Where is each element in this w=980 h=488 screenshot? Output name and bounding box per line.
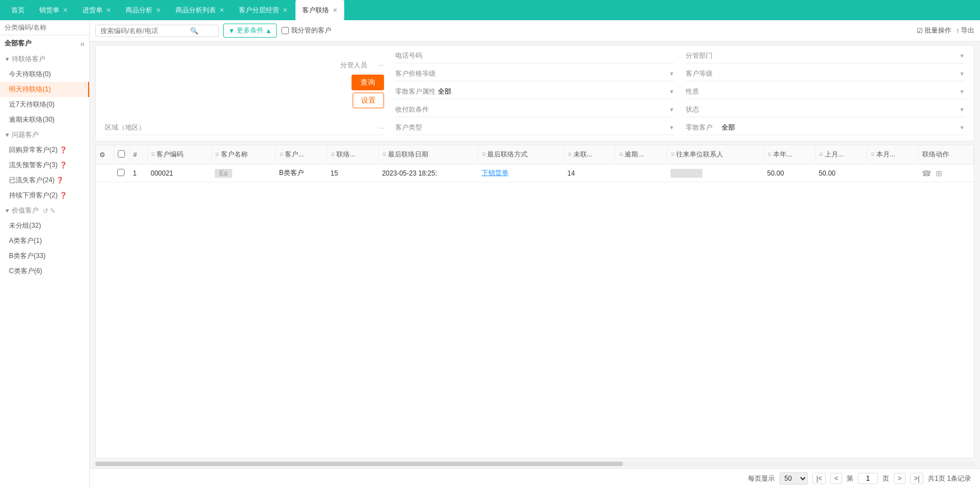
close-product-analysis-icon[interactable]: ✕: [156, 7, 161, 14]
chevron-down-icon-8: ▼: [669, 125, 674, 131]
more-conditions-btn[interactable]: ▼ 更多条件 ▲: [223, 24, 277, 38]
sidebar-group-pending[interactable]: ▼ 待联络客户: [0, 52, 89, 67]
search-input[interactable]: [100, 27, 190, 35]
sidebar: 🔍 全部客户 « ▼ 待联络客户 今天待联络(0) 明天待联络(1) 近7天待联…: [0, 20, 90, 488]
scrollbar-thumb[interactable]: [95, 462, 623, 466]
filter-customer-level: 客户等级 ▼: [686, 69, 965, 81]
col-last-month: ≡上月...: [815, 145, 867, 164]
sidebar-search-container: 🔍: [0, 20, 89, 35]
filter-phone: 电话号码: [395, 51, 674, 63]
col-company-contact: ≡往来单位联系人: [667, 145, 764, 164]
table-row: 1 000021 Ea B类客户 15 2023-05-23 18:25: 下销…: [96, 164, 974, 182]
chevron-down-icon: ▼: [959, 53, 965, 59]
next-page-btn[interactable]: >: [894, 473, 905, 484]
sidebar-item-class-c[interactable]: C类客户(6): [0, 264, 89, 279]
refresh-icon[interactable]: ↺: [43, 207, 48, 215]
my-customers-checkbox[interactable]: 我分管的客户: [281, 26, 331, 35]
more-icon[interactable]: ···: [378, 61, 384, 69]
row-settings: [96, 164, 114, 182]
nav-customer-contact[interactable]: 客户联络 ✕: [295, 0, 344, 20]
prev-page-btn[interactable]: <: [830, 473, 842, 484]
nav-product-analysis[interactable]: 商品分析 ✕: [119, 0, 168, 20]
help-icon-3: ❓: [56, 177, 64, 184]
last-page-btn[interactable]: >|: [910, 473, 923, 484]
row-last-contact-method[interactable]: 下销货单: [478, 164, 564, 182]
setting-button[interactable]: 设置: [353, 93, 384, 108]
nav-sales[interactable]: 销货单 ✕: [33, 0, 75, 20]
sidebar-item-unclassified[interactable]: 未分组(32): [0, 218, 89, 233]
sidebar-item-declining[interactable]: 持续下滑客户(2) ❓: [0, 188, 89, 203]
col-code: ≡客户编码: [147, 145, 211, 164]
sidebar-item-repurchase-abnormal[interactable]: 回购异常客户(2) ❓: [0, 142, 89, 158]
sidebar-item-churn-warning[interactable]: 流失预警客户(3) ❓: [0, 158, 89, 173]
chevron-down-icon-6: ▼: [669, 107, 674, 113]
sidebar-item-7days[interactable]: 近7天待联络(0): [0, 97, 89, 112]
col-settings[interactable]: ⚙: [96, 145, 114, 164]
dots-icon: ···: [378, 124, 384, 132]
help-icon-4: ❓: [59, 192, 67, 199]
sidebar-item-class-b[interactable]: B类客户(33): [0, 248, 89, 264]
filter-nature: 性质 ▼: [686, 87, 965, 99]
sidebar-item-overdue[interactable]: 逾期未联络(30): [0, 112, 89, 127]
nav-home[interactable]: 首页: [4, 0, 31, 20]
settings-icon[interactable]: ⚙: [99, 151, 105, 159]
horizontal-scrollbar[interactable]: [95, 462, 974, 466]
col-name: ≡客户名称: [211, 145, 275, 164]
sidebar-group-problem[interactable]: ▼ 问题客户: [0, 127, 89, 142]
batch-operation-btn[interactable]: ☑ 批量操作: [917, 26, 951, 35]
dept-select[interactable]: ▼: [724, 53, 965, 59]
close-customer-contact-icon[interactable]: ✕: [332, 7, 338, 14]
close-sales-icon[interactable]: ✕: [63, 7, 68, 14]
sidebar-search-input[interactable]: [4, 24, 89, 31]
sidebar-collapse-icon[interactable]: «: [80, 39, 85, 48]
col-not-contacted: ≡未联...: [564, 145, 616, 164]
filter-dept: 分管部门 ▼: [686, 51, 965, 63]
sidebar-item-churned[interactable]: 已流失客户(24) ❓: [0, 173, 89, 188]
arrow-icon-3: ▼: [4, 208, 10, 214]
nav-product-list[interactable]: 商品分析列表 ✕: [169, 0, 231, 20]
retail-customer-select[interactable]: ▼: [737, 125, 965, 131]
filter-retail-attr: 零散客户属性 全部 ▼: [395, 87, 674, 99]
search-icon[interactable]: 🔍: [190, 27, 198, 35]
nature-select[interactable]: ▼: [724, 89, 965, 95]
my-customers-check[interactable]: [281, 27, 289, 34]
payment-select[interactable]: ▼: [433, 107, 674, 113]
row-not-contacted: 14: [564, 164, 616, 182]
action-phone-icon[interactable]: ☎: [922, 169, 931, 178]
nav-purchase[interactable]: 进货单 ✕: [76, 0, 118, 20]
sidebar-item-class-a[interactable]: A类客户(1): [0, 233, 89, 248]
row-last-contact-date: 2023-05-23 18:25:: [378, 164, 478, 182]
retail-attr-select[interactable]: ▼: [454, 89, 674, 95]
chevron-down-icon-4: ▼: [669, 89, 674, 95]
advanced-filter-panel: 电话号码 分管部门 ▼ 分管人员 ··· 查询 设置 客户价格等: [95, 45, 974, 141]
sidebar-group-value[interactable]: ▼ 价值客户 ↺ ✎: [0, 203, 89, 218]
phone-input[interactable]: [433, 52, 674, 60]
customer-level-select[interactable]: ▼: [724, 71, 965, 77]
sidebar-item-tomorrow[interactable]: 明天待联络(1): [0, 82, 89, 97]
status-select[interactable]: ▼: [724, 107, 965, 113]
filter-right: ☑ 批量操作 ↑ 导出: [917, 26, 974, 35]
price-level-select[interactable]: ▼: [440, 71, 674, 77]
close-purchase-icon[interactable]: ✕: [106, 7, 111, 14]
query-button[interactable]: 查询: [352, 75, 384, 90]
chevron-down-icon-3: ▼: [959, 71, 965, 77]
close-product-list-icon[interactable]: ✕: [219, 7, 224, 14]
sidebar-all-customers[interactable]: 全部客户 «: [0, 35, 89, 52]
page-input[interactable]: [858, 473, 878, 484]
close-customer-tier-icon[interactable]: ✕: [283, 7, 288, 14]
col-this-month: ≡本月...: [867, 145, 918, 164]
action-grid-icon[interactable]: ⊞: [936, 169, 942, 178]
sidebar-item-today[interactable]: 今天待联络(0): [0, 67, 89, 82]
export-btn[interactable]: ↑ 导出: [956, 26, 974, 35]
edit-icon[interactable]: ✎: [50, 207, 56, 215]
page-size-select[interactable]: 50 100 200: [779, 472, 808, 485]
row-select-checkbox[interactable]: [117, 169, 124, 176]
first-page-btn[interactable]: |<: [812, 473, 826, 484]
customer-type-select[interactable]: ▼: [433, 125, 674, 131]
checkbox-icon: ☑: [917, 27, 923, 35]
arrow-icon: ▼: [4, 56, 10, 62]
nav-customer-tier[interactable]: 客户分层经营 ✕: [232, 0, 294, 20]
filter-status: 状态 ▼: [686, 105, 965, 117]
region-select[interactable]: ···: [150, 124, 384, 132]
select-all-checkbox[interactable]: [118, 150, 125, 158]
